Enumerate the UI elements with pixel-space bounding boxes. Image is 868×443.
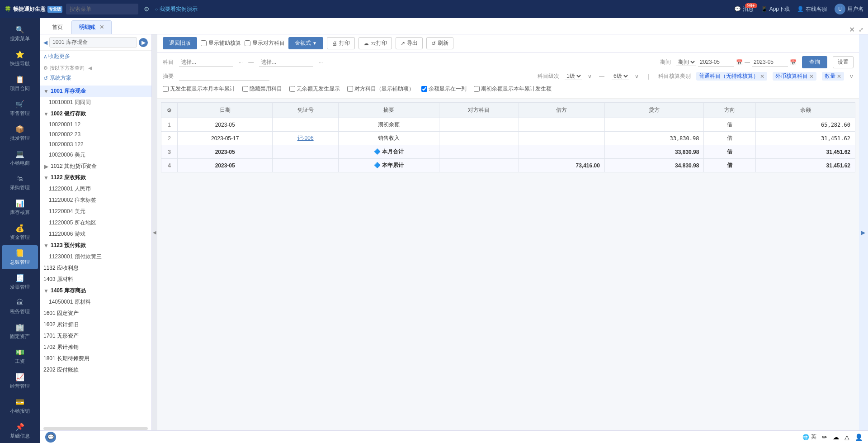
aux-account-check[interactable] (201, 40, 207, 46)
category-tag-2[interactable]: 外币核算科目 ✕ (773, 72, 816, 81)
tree-item-1001[interactable]: ▼ 1001 库存现金 (40, 86, 151, 97)
tree-item-11220005[interactable]: 11220005 所在地区 (40, 217, 151, 229)
top-search-input[interactable] (66, 4, 138, 14)
tree-horizontal-scrollbar[interactable] (43, 427, 148, 430)
cb-balance-column-check[interactable] (421, 86, 427, 92)
tree-item-1012[interactable]: ▶ 1012 其他货币资金 (40, 161, 151, 172)
sidebar-item-fund[interactable]: 💰 资金管理 (2, 220, 38, 244)
tree-item-1702[interactable]: 1702 累计摊销 (40, 342, 151, 353)
tree-item-1801[interactable]: 1801 长期待摊费用 (40, 353, 151, 364)
messages-btn[interactable]: 💬 消息 99+ (734, 5, 754, 13)
level-start-select[interactable]: 1级2级3级 (565, 72, 582, 80)
calendar-start-icon[interactable]: 📅 (736, 59, 743, 66)
tree-item-10020002[interactable]: 10020002 23 (40, 129, 151, 139)
tree-item-14050001[interactable]: 14050001 原材料 (40, 296, 151, 308)
print-btn[interactable]: 🖨 打印 (327, 37, 355, 49)
collapse-more-btn[interactable]: ∧ 收起更多 (43, 52, 148, 60)
cb-contra-subject[interactable]: 对方科目（显示辅助项） (347, 85, 414, 93)
cb-no-amount-check[interactable] (163, 86, 169, 92)
cb-contra-check[interactable] (347, 86, 353, 92)
remove-tag-1-icon[interactable]: ✕ (760, 73, 764, 80)
tree-item-1405[interactable]: ▼ 1405 库存商品 (40, 285, 151, 296)
tree-item-11220004[interactable]: 11220004 美元 (40, 206, 151, 217)
demo-link[interactable]: 我要看实例演示 (155, 5, 198, 13)
cb-period-balance-check[interactable] (474, 86, 480, 92)
tree-item-11230001[interactable]: 11230001 预付款黄三 (40, 251, 151, 262)
cb-balance-column[interactable]: 余额显示在一列 (421, 85, 467, 93)
sidebar-item-wholesale[interactable]: 📦 批发管理 (2, 121, 38, 145)
scheme-item[interactable]: ↺ 系统方案 (43, 72, 148, 84)
collapse-arrow-icon[interactable]: ◀ (88, 65, 92, 71)
period-start-input[interactable] (698, 58, 734, 67)
sidebar-item-ecommerce[interactable]: 💻 小畅电商 (2, 146, 38, 170)
tree-item-1403[interactable]: 1403 原材料 (40, 274, 151, 285)
tree-item-11220002[interactable]: 11220002 往来标签 (40, 195, 151, 206)
tree-item-1701[interactable]: 1701 无形资产 (40, 330, 151, 342)
back-to-old-btn[interactable]: 退回旧版 (163, 37, 197, 49)
summary-input[interactable] (179, 72, 269, 81)
cb-no-balance[interactable]: 无余额无发生显示 (289, 85, 340, 93)
sidebar-item-salary[interactable]: 💵 工资 (2, 344, 38, 368)
setting-btn[interactable]: 设置 (833, 56, 854, 68)
sidebar-item-search[interactable]: 🔍 搜索菜单 (2, 22, 38, 46)
sidebar-item-basics[interactable]: 📌 基础信息 (2, 419, 38, 443)
alert-icon[interactable]: △ (844, 433, 849, 441)
currency-format-btn[interactable]: 金额式 ▼ (288, 37, 323, 49)
tree-item-10020001[interactable]: 10020001 12 (40, 119, 151, 129)
category-dropdown-icon[interactable]: ∨ (849, 73, 854, 80)
cloud-sync-icon[interactable]: ☁ (833, 433, 839, 441)
sidebar-item-tax[interactable]: 🏛 税务管理 (2, 295, 38, 319)
app-download-btn[interactable]: 📱 App下载 (761, 5, 790, 13)
back-arrow-icon[interactable]: ◀ (43, 39, 47, 46)
sidebar-item-inventory[interactable]: 📊 库存核算 (2, 195, 38, 219)
sidebar-item-retail[interactable]: 🛒 零售管理 (2, 96, 38, 120)
tab-close-icon[interactable]: ✕ (99, 24, 104, 30)
tree-item-1123[interactable]: ▼ 1123 预付账款 (40, 240, 151, 251)
period-type-select[interactable]: 期间 (676, 58, 696, 66)
lang-switch-btn[interactable]: 🌐 英 (802, 433, 816, 441)
expand-window-icon[interactable]: ⤢ (859, 26, 863, 33)
category-tag-3[interactable]: 数量 ✕ (822, 72, 844, 81)
level-end-select[interactable]: 6级1级2级 (612, 72, 629, 80)
calendar-end-icon[interactable]: 📅 (790, 59, 797, 66)
cb-hide-disabled[interactable]: 隐藏禁用科目 (242, 85, 282, 93)
cb-hide-disabled-check[interactable] (242, 86, 248, 92)
tree-item-1122[interactable]: ▼ 1122 应收账款 (40, 172, 151, 183)
user-menu-btn[interactable]: U 用户名 (835, 4, 863, 14)
category-tag-1[interactable]: 普通科目（无特殊核算） ✕ (696, 72, 767, 81)
remove-tag-3-icon[interactable]: ✕ (837, 73, 841, 80)
tree-item-1002[interactable]: ▼ 1002 银行存款 (40, 108, 151, 119)
tree-item-1602[interactable]: 1602 累计折旧 (40, 319, 151, 330)
show-contra-checkbox[interactable]: 显示对方科目 (245, 39, 285, 47)
edit-icon[interactable]: ✏ (822, 433, 827, 441)
settings-icon[interactable]: ⚙ (142, 5, 151, 14)
sidebar-item-management[interactable]: 📈 经营管理 (2, 369, 38, 393)
tree-item-1132[interactable]: 1132 应收利息 (40, 262, 151, 274)
cloud-print-btn[interactable]: ☁ 云打印 (359, 37, 392, 49)
tree-item-10010001[interactable]: 10010001 同同同 (40, 97, 151, 108)
sidebar-item-expense[interactable]: 💳 小畅报销 (2, 394, 38, 418)
tree-item-2202[interactable]: 2202 应付账款 (40, 364, 151, 376)
show-aux-account-checkbox[interactable]: 显示辅助核算 (201, 39, 241, 47)
tree-item-1601[interactable]: 1601 固定资产 (40, 308, 151, 319)
sidebar-item-ledger[interactable]: 📒 总账管理 (2, 245, 38, 269)
sidebar-item-invoice[interactable]: 🧾 发票管理 (2, 270, 38, 294)
remove-tag-2-icon[interactable]: ✕ (809, 73, 814, 80)
sidebar-item-purchase[interactable]: 🛍 采购管理 (2, 171, 38, 195)
tab-home[interactable]: 首页 (44, 20, 71, 34)
row-voucher-2[interactable]: 记-006 (273, 132, 339, 145)
tree-item-10020003[interactable]: 10020003 122 (40, 139, 151, 149)
cb-no-balance-check[interactable] (289, 86, 295, 92)
status-chat-icon[interactable]: 💬 (45, 432, 56, 443)
right-edge-panel[interactable]: ▶ (859, 34, 868, 430)
cb-no-amount[interactable]: 无发生额显示本月本年累计 (163, 85, 235, 93)
tree-next-btn[interactable]: ▶ (139, 38, 148, 47)
sidebar-item-nav[interactable]: ⭐ 快捷导航 (2, 47, 38, 71)
tree-item-11220006[interactable]: 11220006 游戏 (40, 229, 151, 240)
tab-detail[interactable]: 明细账 ✕ (71, 20, 112, 34)
tree-item-10020006[interactable]: 10020006 美元 (40, 149, 151, 161)
period-end-input[interactable] (752, 58, 788, 67)
cb-period-balance[interactable]: 期初余额显示本年累计发生额 (474, 85, 552, 93)
refresh-btn[interactable]: ↺ 刷新 (426, 37, 453, 49)
export-btn[interactable]: ↗ 导出 (396, 37, 423, 49)
